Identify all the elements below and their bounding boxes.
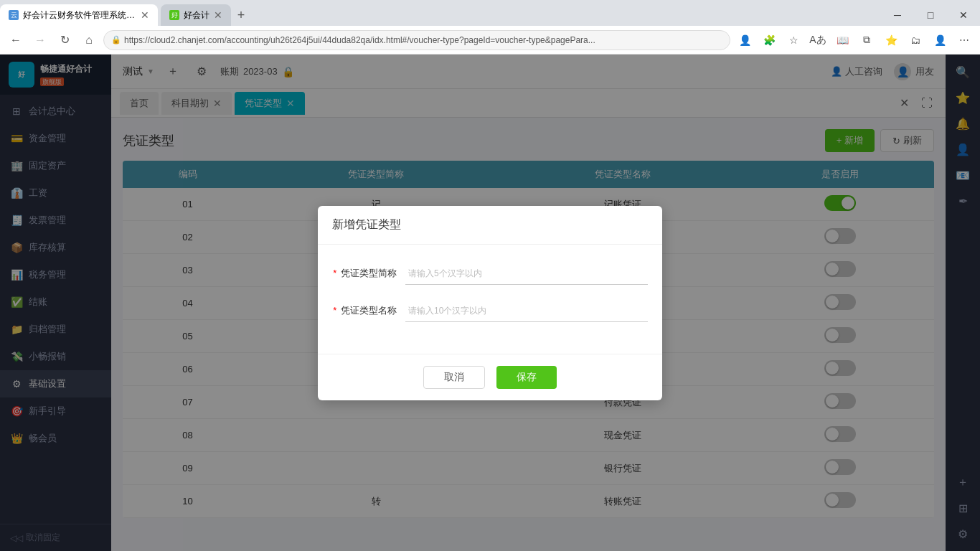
- name-label: * 凭证类型名称: [332, 304, 397, 317]
- modal-footer: 取消 保存: [318, 354, 662, 400]
- url-text: https://cloud2.chanjet.com/accounting/uh…: [124, 35, 595, 45]
- required-star-short: *: [333, 268, 336, 278]
- back-button[interactable]: ←: [6, 30, 26, 50]
- menu-button[interactable]: ⋯: [954, 30, 974, 50]
- tab-close-2[interactable]: ✕: [214, 10, 222, 20]
- forward-button[interactable]: →: [30, 30, 50, 50]
- bookmark-button[interactable]: ☆: [783, 30, 804, 50]
- home-button[interactable]: ⌂: [79, 30, 99, 50]
- save-button[interactable]: 保存: [496, 366, 557, 389]
- tab-favicon-2: 好: [169, 10, 179, 20]
- required-star-name: *: [333, 305, 336, 316]
- collection-button[interactable]: 🗂: [905, 30, 925, 50]
- tab-favicon-1: 云: [9, 10, 19, 20]
- tab-title-2: 好会计: [184, 9, 209, 22]
- new-tab-button[interactable]: +: [231, 5, 251, 25]
- extensions-button[interactable]: 🧩: [759, 30, 779, 50]
- cancel-button[interactable]: 取消: [423, 366, 485, 389]
- modal-overlay: 新增凭证类型 * 凭证类型简称 * 凭证类型名称 取消 保存: [0, 55, 980, 551]
- tab-title-1: 好会计云财务软件管理系统_会计: [23, 9, 136, 22]
- reload-button[interactable]: ↻: [55, 30, 75, 50]
- close-button[interactable]: ✕: [947, 4, 980, 26]
- short-input[interactable]: [405, 262, 648, 285]
- name-input[interactable]: [405, 299, 648, 322]
- minimize-button[interactable]: ─: [881, 4, 914, 26]
- modal-body: * 凭证类型简称 * 凭证类型名称: [318, 245, 662, 354]
- tab-bar: 云 好会计云财务软件管理系统_会计 ✕ 好 好会计 ✕ + ─ □ ✕: [0, 0, 980, 26]
- form-row-name: * 凭证类型名称: [332, 299, 648, 322]
- browser-chrome: 云 好会计云财务软件管理系统_会计 ✕ 好 好会计 ✕ + ─ □ ✕ ← → …: [0, 0, 980, 55]
- window-controls: ─ □ ✕: [881, 4, 980, 26]
- form-row-short: * 凭证类型简称: [332, 262, 648, 285]
- add-voucher-type-modal: 新增凭证类型 * 凭证类型简称 * 凭证类型名称 取消 保存: [318, 206, 662, 400]
- lock-icon: 🔒: [111, 35, 121, 44]
- url-input[interactable]: 🔒 https://cloud2.chanjet.com/accounting/…: [103, 30, 730, 50]
- modal-title: 新增凭证类型: [332, 218, 401, 230]
- read-button[interactable]: 📖: [832, 30, 852, 50]
- address-bar: ← → ↻ ⌂ 🔒 https://cloud2.chanjet.com/acc…: [0, 26, 980, 55]
- maximize-button[interactable]: □: [914, 4, 947, 26]
- browser-tab-active[interactable]: 云 好会计云财务软件管理系统_会计 ✕: [0, 4, 158, 26]
- avatar-button[interactable]: 👤: [930, 30, 950, 50]
- translate-button[interactable]: Aあ: [808, 30, 828, 50]
- fav-button[interactable]: ⭐: [881, 30, 901, 50]
- browser-tab-2[interactable]: 好 好会计 ✕: [161, 4, 231, 26]
- tab-close-1[interactable]: ✕: [141, 10, 149, 20]
- profile-button[interactable]: 👤: [735, 30, 755, 50]
- short-label: * 凭证类型简称: [332, 267, 397, 280]
- modal-header: 新增凭证类型: [318, 206, 662, 245]
- split-button[interactable]: ⧉: [857, 30, 877, 50]
